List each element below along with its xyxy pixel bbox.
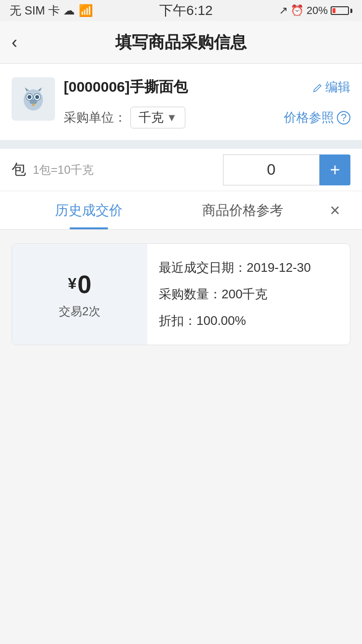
product-name-row: [0000006]手撕面包 编辑 bbox=[64, 77, 350, 97]
product-top: [0000006]手撕面包 编辑 采购单位： 千克 ▼ bbox=[12, 77, 350, 128]
battery-icon bbox=[331, 6, 352, 15]
price-ref-label: 价格参照 bbox=[284, 109, 334, 126]
recent-date-row: 最近成交日期：2019-12-30 bbox=[159, 258, 338, 277]
status-left: 无 SIM 卡 ☁ 📶 bbox=[10, 3, 93, 18]
header: ‹ 填写商品采购信息 bbox=[0, 21, 362, 64]
discount-label: 折扣： bbox=[159, 313, 196, 328]
close-button[interactable]: × bbox=[320, 195, 350, 226]
svg-marker-8 bbox=[38, 87, 42, 91]
dropdown-arrow-icon: ▼ bbox=[167, 112, 177, 124]
svg-marker-7 bbox=[25, 87, 29, 91]
status-bar: 无 SIM 卡 ☁ 📶 下午6:12 ↗ ⏰ 20% bbox=[0, 0, 362, 21]
sim-label: 无 SIM 卡 ☁ bbox=[10, 3, 75, 18]
discount-value: 100.00% bbox=[196, 313, 246, 328]
svg-point-4 bbox=[35, 95, 39, 99]
tab-history-price[interactable]: 历史成交价 bbox=[12, 191, 166, 229]
section-divider bbox=[0, 140, 362, 149]
page-title: 填写商品采购信息 bbox=[115, 31, 247, 54]
quantity-input[interactable]: 0 bbox=[223, 154, 320, 185]
price-value: 0 bbox=[77, 270, 91, 299]
unit-row: 采购单位： 千克 ▼ 价格参照 ? bbox=[64, 107, 350, 128]
currency-symbol: ¥ bbox=[68, 275, 77, 293]
unit-note: 1包=10千克 bbox=[33, 162, 94, 178]
content-area: ¥ 0 交易2次 最近成交日期：2019-12-30 采购数量：200千克 折扣… bbox=[0, 230, 362, 471]
product-logo bbox=[19, 84, 48, 113]
tab-active-underline bbox=[70, 227, 108, 229]
unit-label: 采购单位： bbox=[64, 109, 126, 126]
purchase-qty-label: 采购数量： bbox=[159, 287, 222, 301]
purchase-qty-value: 200千克 bbox=[222, 287, 267, 301]
battery-percent: 20% bbox=[306, 4, 328, 17]
unit-badge: 包 bbox=[12, 160, 26, 180]
edit-button[interactable]: 编辑 bbox=[313, 79, 350, 96]
product-name: [0000006]手撕面包 bbox=[64, 77, 188, 97]
help-icon: ? bbox=[337, 111, 350, 125]
quantity-unit: 包 1包=10千克 bbox=[12, 160, 94, 180]
tab-price-reference[interactable]: 商品价格参考 bbox=[166, 191, 320, 229]
edit-icon bbox=[313, 82, 323, 93]
history-card: ¥ 0 交易2次 最近成交日期：2019-12-30 采购数量：200千克 折扣… bbox=[12, 243, 350, 345]
location-icon: ↗ bbox=[279, 4, 288, 17]
recent-date-label: 最近成交日期： bbox=[159, 260, 247, 275]
recent-date-value: 2019-12-30 bbox=[247, 260, 311, 275]
product-card: [0000006]手撕面包 编辑 采购单位： 千克 ▼ bbox=[0, 64, 362, 140]
discount-row: 折扣：100.00% bbox=[159, 311, 338, 330]
history-left: ¥ 0 交易2次 bbox=[12, 244, 147, 345]
history-right: 最近成交日期：2019-12-30 采购数量：200千克 折扣：100.00% bbox=[147, 244, 350, 345]
back-button[interactable]: ‹ bbox=[12, 32, 17, 53]
svg-point-3 bbox=[28, 95, 31, 99]
purchase-qty-row: 采购数量：200千克 bbox=[159, 285, 338, 304]
unit-select[interactable]: 千克 ▼ bbox=[130, 107, 185, 128]
quantity-plus-button[interactable]: + bbox=[320, 154, 350, 185]
status-right: ↗ ⏰ 20% bbox=[279, 4, 352, 17]
product-image bbox=[12, 77, 55, 121]
history-price: ¥ 0 bbox=[68, 270, 92, 299]
price-ref-button[interactable]: 价格参照 ? bbox=[284, 109, 350, 126]
quantity-controls: 0 + bbox=[223, 154, 350, 185]
status-time: 下午6:12 bbox=[159, 1, 213, 20]
wifi-icon: 📶 bbox=[79, 4, 93, 17]
unit-value: 千克 bbox=[139, 109, 164, 126]
product-info: [0000006]手撕面包 编辑 采购单位： 千克 ▼ bbox=[64, 77, 350, 128]
quantity-row: 包 1包=10千克 0 + bbox=[0, 149, 362, 191]
tabs-container: 历史成交价 商品价格参考 × bbox=[0, 191, 362, 230]
trade-count: 交易2次 bbox=[59, 304, 100, 319]
alarm-icon: ⏰ bbox=[291, 4, 304, 17]
